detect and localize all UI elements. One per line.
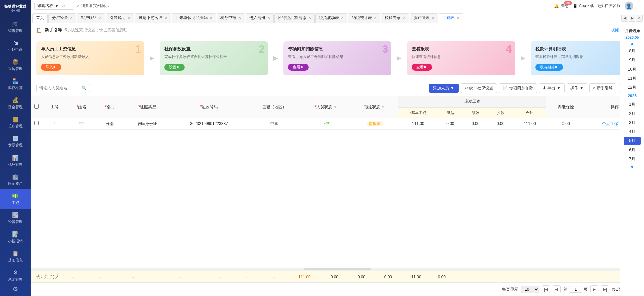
month-item-9[interactable]: 4月 [624,128,641,136]
tab-invite[interactable]: 邀请下游客户✕ [135,13,171,23]
tab-asset[interactable]: 资产管理✕ [410,13,438,23]
month-item-1[interactable]: 9月 [624,56,641,65]
online-service-button[interactable]: 💬 在线客服 [598,3,621,9]
social-security-button[interactable]: ⚙ 统一社保设置 [461,83,497,93]
tab-tax_expert[interactable]: 税检专家✕ [381,13,409,23]
tab-close-tax_calc[interactable]: ✕ [308,16,311,20]
select-all-checkbox[interactable] [34,104,39,109]
topbar: 账套名称 ▼ ⚙ ○ 我要看实例演示 🔔 消息 99+ 📱 App下载 💬 在线… [31,0,644,12]
account-dropdown[interactable]: 账套名称 ▼ ⚙ [34,2,74,10]
page-input[interactable] [569,286,582,293]
new-guide-button[interactable]: ○ 新手引导 [589,83,616,93]
last-page-button[interactable]: ▶| [601,285,609,293]
tab-close-guide[interactable]: ✕ [128,16,130,20]
month-item-7[interactable]: 2月 [624,110,641,118]
search-icon[interactable]: 🔍 [82,86,87,90]
tab-products[interactable]: 往来单位商品编码✕ [172,13,216,23]
tab-close-tax_expert[interactable]: ✕ [403,16,406,20]
page-size-select[interactable]: 10 20 50 100 [521,286,539,293]
tab-close-all-button[interactable]: ✕ [636,15,643,22]
tab-close-tax_report[interactable]: ✕ [238,16,241,20]
tab-next-button[interactable]: ▶ [629,15,635,22]
tab-close-tax_break[interactable]: ✕ [341,16,344,20]
sidebar-item-reports[interactable]: 📝 小畅报销 [0,228,31,247]
tab-tax_stat[interactable]: 纳税统计表✕ [348,13,380,23]
sidebar-settings-button[interactable]: ⚙ [0,282,31,296]
tab-close-payroll[interactable]: ✕ [457,16,459,20]
sidebar-item-ledger[interactable]: 📒 总账管理 [0,113,31,132]
more-options-button[interactable]: ··· [637,4,641,8]
step-btn-1[interactable]: 导入▶ [41,64,61,71]
sidebar-item-invoice[interactable]: 🧾 发票管理 [0,132,31,151]
tab-customer[interactable]: 客户联络✕ [77,13,105,23]
sidebar-item-ecommerce[interactable]: 🛍 小畅电商 [0,37,31,55]
tab-close-customer[interactable]: ✕ [99,16,102,20]
sidebar-item-system[interactable]: ⚙ 系统管理 [0,266,31,282]
sidebar-item-inventory[interactable]: 🏪 库存核算 [0,75,31,94]
month-item-4[interactable]: 12月 [624,83,641,92]
tab-clear_book[interactable]: 进入清册✕ [246,13,274,23]
next-page-button[interactable]: ▶ [590,285,598,293]
tab-close-clear_book[interactable]: ✕ [267,16,270,20]
tab-home[interactable]: 首页 [32,13,48,23]
tab-tax_report[interactable]: 税务申报✕ [217,13,245,23]
guide-video-button[interactable]: 视频 [611,27,619,33]
special-deduction-icon: 📄 [503,86,508,90]
tab-guide[interactable]: 引导说明✕ [106,13,134,23]
month-item-3[interactable]: 11月 [624,74,641,83]
user-avatar[interactable]: 👤 [625,2,633,10]
month-item-11[interactable]: 6月 [624,146,641,154]
notice-button[interactable]: 🔔 消息 99+ [554,3,569,9]
prev-page-button[interactable]: ◀ [553,285,561,293]
tab-close-products[interactable]: ✕ [210,16,212,20]
main-content: 📋 新手引导 5步快速完成设置，快去完善信息吧~ 视频 帮助 ✕ 1 导入员工工… [31,24,644,296]
tab-close-tax_stat[interactable]: ✕ [374,16,377,20]
demo-button[interactable]: ○ 我要看实例演示 [77,3,109,9]
tab-close-asset[interactable]: ✕ [432,16,434,20]
tab-payroll[interactable]: 工资表✕ [439,13,463,23]
month-item-5[interactable]: 2025 [624,92,641,100]
step-btn-3[interactable]: 查看▶ [288,64,309,71]
scrollbar[interactable] [31,268,644,271]
footer-allowance: 0.00 [321,274,348,279]
sidebar-item-basic[interactable]: 📋 基础信息 [0,247,31,266]
month-up-button[interactable]: ▲ [629,40,636,47]
personal-social-link[interactable]: 个人社保 [602,121,618,126]
step-btn-4[interactable]: 查看▶ [412,64,432,71]
guide-button-label: 新手引导 [597,85,613,91]
app-download-button[interactable]: 📱 App下载 [573,3,594,9]
tab-close-segment[interactable]: ✕ [70,16,73,20]
tab-tax_break[interactable]: 税负波动表✕ [315,13,347,23]
export-button[interactable]: ⬇ 导出 ▼ [539,83,565,93]
summary-label: 会计共 (1) 人 [36,274,59,280]
sidebar-item-purchase[interactable]: 📦 采购管理 [0,55,31,75]
month-down-button[interactable]: ▼ [629,164,636,170]
sidebar-icon-purchase: 📦 [12,59,19,65]
month-item-8[interactable]: 3月 [624,119,641,127]
add-person-button[interactable]: 添加人员 ▼ [429,84,459,93]
month-item-10[interactable]: 5月 [624,137,641,145]
month-item-0[interactable]: 8月 [624,47,641,55]
tab-tax_calc[interactable]: 所得税汇算清缴✕ [274,13,315,23]
month-item-6[interactable]: 1月 [624,100,641,109]
tab-prev-button[interactable]: ◀ [621,15,628,22]
sidebar-item-sales[interactable]: 🛒 销售管理 [0,17,31,37]
step-btn-2[interactable]: 设置▶ [164,64,185,71]
tab-segment[interactable]: 分层经营✕ [48,13,76,23]
sidebar-item-finance[interactable]: 💰 资金管理 [0,94,31,113]
special-deduction-button[interactable]: 📄 专项附加扣除 [499,83,537,93]
month-item-2[interactable]: 10月 [624,65,641,74]
sidebar-item-tax[interactable]: 📊 税务管理 [0,151,31,170]
row-checkbox-0[interactable] [34,121,39,125]
sidebar-item-fixed[interactable]: 🏢 固定资产 [0,170,31,189]
sidebar-item-operation[interactable]: 📈 经营管理 [0,209,31,228]
id-no-cell: 36232199901223387 [170,118,248,129]
step-card-2: 2 社保参数设置 完成社保参数设置自动计算社保公积金 设置▶ [160,41,268,75]
sidebar-item-payroll[interactable]: 💵 工资 [0,189,31,209]
month-item-12[interactable]: 7月 [624,155,641,163]
step-btn-5[interactable]: 敬请期待▶ [535,64,563,71]
operation-button[interactable]: 操作 ▼ [567,83,587,93]
first-page-button[interactable]: |◀ [542,285,550,293]
tab-close-invite[interactable]: ✕ [165,16,167,20]
search-input[interactable] [39,86,79,90]
